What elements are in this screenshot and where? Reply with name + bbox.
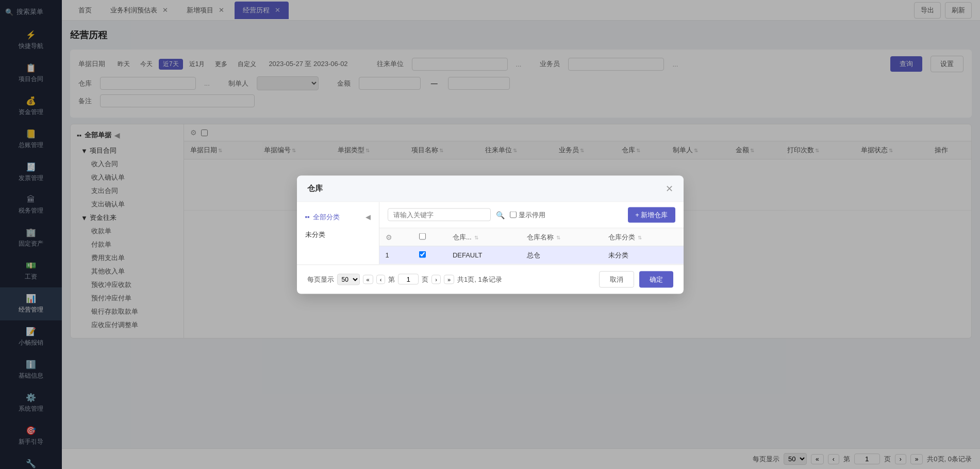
modal-col-settings: ⚙ — [379, 228, 413, 246]
modal-unclassified-label: 未分类 — [305, 230, 325, 238]
modal-title: 仓库 — [307, 184, 323, 193]
modal-per-page-label: 每页显示 — [307, 274, 334, 284]
modal-cancel-btn[interactable]: 取消 — [599, 271, 634, 287]
modal-per-page-select[interactable]: 50 — [337, 273, 360, 285]
modal-table-row[interactable]: 1 DEFAULT 总仓 未分类 — [379, 246, 684, 264]
modal-search-input[interactable] — [388, 208, 491, 221]
modal-pagination: 每页显示 50 « ‹ 第 页 › » 共1页, 1条记录 — [307, 273, 502, 285]
modal-unclassified[interactable]: 未分类 — [297, 225, 379, 243]
modal-prev-page-btn[interactable]: ‹ — [376, 274, 386, 284]
modal-first-page-btn[interactable]: « — [363, 274, 373, 284]
modal-toolbar: 🔍 显示停用 + 新增仓库 — [379, 202, 684, 228]
show-disabled-checkbox[interactable] — [510, 212, 517, 218]
modal-all-category[interactable]: ▪▪ 全部分类 ◀ — [297, 208, 379, 225]
modal-footer: 每页显示 50 « ‹ 第 页 › » 共1页, 1条记录 取消 确定 — [297, 264, 684, 294]
modal-col-checkbox — [413, 228, 446, 246]
modal-category-header: 仓库分类 — [608, 233, 635, 240]
modal-search-btn[interactable]: 🔍 — [496, 211, 505, 219]
row-name: 总仓 — [521, 246, 602, 264]
modal-col-name: 仓库名称 ⇅ — [521, 228, 602, 246]
grid-icon2: ▪▪ — [305, 213, 310, 221]
modal-confirm-btn[interactable]: 确定 — [639, 271, 673, 287]
modal-header: 仓库 ✕ — [297, 175, 684, 202]
row-index: 1 — [379, 246, 413, 264]
modal-col-category: 仓库分类 ⇅ — [602, 228, 684, 246]
modal-all-label: 全部分类 — [313, 212, 340, 221]
modal-code-header: 仓库... — [453, 233, 472, 240]
warehouse-modal: 仓库 ✕ ▪▪ 全部分类 ◀ 未分类 🔍 显示停用 + 新增仓库 — [297, 175, 684, 294]
modal-page-input[interactable] — [398, 274, 419, 285]
modal-page-word: 第 — [388, 274, 395, 284]
modal-warehouse-table: ⚙ 仓库... ⇅ 仓库名称 ⇅ — [379, 228, 684, 264]
category-collapse-btn[interactable]: ◀ — [366, 213, 371, 221]
modal-table-area: ⚙ 仓库... ⇅ 仓库名称 ⇅ — [379, 228, 684, 264]
modal-last-page-btn[interactable]: » — [444, 274, 454, 284]
modal-close-btn[interactable]: ✕ — [666, 183, 673, 194]
row-select-checkbox[interactable] — [419, 251, 426, 257]
modal-col-code: 仓库... ⇅ — [446, 228, 521, 246]
modal-total-info: 共1页, 1条记录 — [457, 274, 502, 284]
show-disabled-label[interactable]: 显示停用 — [510, 210, 545, 219]
modal-header-row: ⚙ 仓库... ⇅ 仓库名称 ⇅ — [379, 228, 684, 246]
modal-next-page-btn[interactable]: › — [431, 274, 441, 284]
modal-page-unit: 页 — [422, 274, 428, 284]
add-warehouse-btn[interactable]: + 新增仓库 — [628, 207, 675, 222]
modal-name-header: 仓库名称 — [527, 233, 554, 240]
row-category: 未分类 — [602, 246, 684, 264]
modal-body: ▪▪ 全部分类 ◀ 未分类 🔍 显示停用 + 新增仓库 — [297, 202, 684, 264]
row-code: DEFAULT — [446, 246, 521, 264]
modal-action-buttons: 取消 确定 — [599, 271, 673, 287]
show-disabled-text: 显示停用 — [519, 210, 545, 219]
modal-right-panel: 🔍 显示停用 + 新增仓库 ⚙ — [379, 202, 684, 264]
modal-select-all[interactable] — [419, 233, 426, 239]
modal-gear-icon[interactable]: ⚙ — [386, 233, 392, 241]
modal-category-panel: ▪▪ 全部分类 ◀ 未分类 — [297, 202, 379, 264]
row-checkbox-cell — [413, 246, 446, 264]
